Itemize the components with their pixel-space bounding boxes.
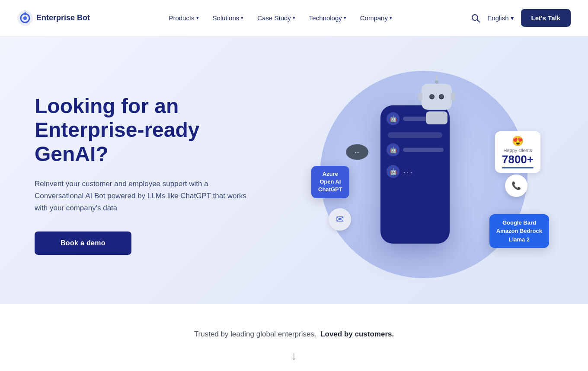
lets-talk-button[interactable]: Let's Talk — [521, 9, 571, 27]
phone-bot-circle-2: 🤖 — [387, 143, 399, 156]
happy-clients-count: 7800+ — [502, 153, 534, 166]
phone-bot-row-2: 🤖 — [385, 143, 445, 156]
scroll-down-arrow: ↓ — [17, 349, 571, 363]
book-demo-button[interactable]: Book a demo — [35, 231, 131, 255]
trusted-text: Trusted by leading global enterprises. L… — [17, 330, 571, 339]
hero-content: Looking for an Enterprise-ready GenAI? R… — [35, 94, 251, 255]
robot-eye-right — [439, 94, 444, 99]
logo-icon — [17, 10, 33, 26]
language-arrow-icon: ▾ — [511, 14, 514, 22]
phone-bot-circle-1: 🤖 — [387, 112, 399, 125]
hero-description: Reinvent your customer and employee supp… — [35, 178, 251, 214]
chat-bubble: ··· — [346, 144, 368, 160]
chat-dots-icon: ··· — [355, 149, 360, 155]
brand-name: Enterprise Bot — [36, 13, 90, 22]
language-selector[interactable]: English ▾ — [487, 14, 514, 22]
google-card-text: Google BardAmazon BedrockLlama 2 — [496, 219, 542, 243]
language-label: English — [487, 14, 508, 22]
trusted-text-bold: Loved by customers. — [320, 330, 394, 338]
robot-ear-left — [418, 92, 422, 101]
nav-solutions[interactable]: Solutions ▾ — [207, 11, 250, 25]
hero-illustration: ··· 🤖 🤖 🤖 ··· AzureOpen AIChatGPT Goog — [285, 67, 553, 282]
robot-body — [426, 111, 447, 124]
navbar-actions: English ▾ Let's Talk — [471, 9, 571, 27]
search-icon — [471, 13, 480, 23]
products-arrow: ▾ — [196, 15, 199, 21]
svg-point-2 — [23, 16, 27, 20]
technology-arrow: ▾ — [344, 15, 346, 21]
happy-clients-label: Happy clients — [502, 148, 534, 153]
trusted-text-normal: Trusted by leading global enterprises. — [194, 330, 316, 338]
phone-mockup: 🤖 🤖 🤖 ··· — [380, 105, 450, 244]
company-arrow: ▾ — [390, 15, 392, 21]
robot-eye-left — [429, 94, 435, 99]
casestudy-arrow: ▾ — [293, 15, 295, 21]
email-bubble: ✉ — [329, 208, 351, 231]
phone-wide-bar — [388, 132, 442, 138]
happy-emoji: 😍 — [502, 136, 534, 147]
phone-dots: ··· — [403, 167, 413, 178]
robot-illustration — [415, 75, 458, 118]
call-bubble: 📞 — [505, 174, 527, 197]
google-card: Google BardAmazon BedrockLlama 2 — [489, 214, 549, 248]
hero-section: Looking for an Enterprise-ready GenAI? R… — [0, 36, 588, 304]
phone-bot-circle-3: 🤖 — [387, 165, 399, 178]
navbar: Enterprise Bot Products ▾ Solutions ▾ Ca… — [0, 0, 588, 36]
robot-ear-right — [451, 92, 455, 101]
nav-technology[interactable]: Technology ▾ — [303, 11, 352, 25]
nav-products[interactable]: Products ▾ — [163, 11, 205, 25]
hero-title: Looking for an Enterprise-ready GenAI? — [35, 94, 251, 166]
brand-logo[interactable]: Enterprise Bot — [17, 10, 90, 26]
solutions-arrow: ▾ — [241, 15, 243, 21]
azure-card: AzureOpen AIChatGPT — [311, 166, 349, 198]
phone-bot-row-3: 🤖 ··· — [385, 165, 445, 178]
happy-clients-badge: 😍 Happy clients 7800+ — [495, 131, 540, 173]
nav-company[interactable]: Company ▾ — [354, 11, 398, 25]
search-button[interactable] — [471, 13, 480, 23]
azure-card-text: AzureOpen AIChatGPT — [318, 171, 342, 193]
robot-head — [422, 84, 452, 110]
nav-case-study[interactable]: Case Study ▾ — [251, 11, 301, 25]
robot-antenna-ball — [435, 80, 438, 84]
call-icon: 📞 — [511, 181, 521, 190]
happy-clients-underline — [502, 167, 534, 168]
nav-menu: Products ▾ Solutions ▾ Case Study ▾ Tech… — [163, 11, 398, 25]
phone-bar-2 — [403, 148, 444, 152]
email-icon: ✉ — [336, 214, 344, 225]
trusted-section: Trusted by leading global enterprises. L… — [0, 304, 588, 371]
